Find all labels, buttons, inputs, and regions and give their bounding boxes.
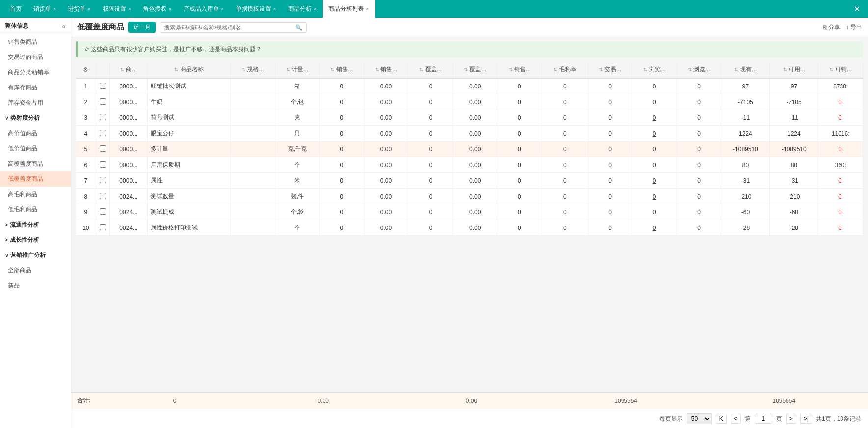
row-browse1[interactable]: 0	[632, 157, 677, 173]
nav-item-permissions[interactable]: 权限设置 ×	[97, 0, 137, 18]
col-sales-amt[interactable]: ⇅ 销售...	[364, 61, 408, 78]
row-name[interactable]: 符号测试	[147, 110, 230, 126]
row-name[interactable]: 眼宝公仔	[147, 126, 230, 142]
row-checkbox[interactable]	[96, 173, 109, 189]
sidebar-item-low-coverage[interactable]: 低覆盖度商品	[0, 171, 71, 187]
row-checkbox[interactable]	[96, 157, 109, 173]
nav-item-purchase[interactable]: 进货单 ×	[62, 0, 96, 18]
row-sales-amt: 0.00	[364, 142, 408, 157]
row-sales-qty: 0	[320, 173, 364, 189]
nav-close-template[interactable]: ×	[273, 6, 276, 12]
row-browse2: 0	[677, 189, 721, 204]
row-browse1[interactable]: 0	[632, 204, 677, 220]
row-browse1[interactable]: 0	[632, 142, 677, 157]
row-browse1[interactable]: 0	[632, 220, 677, 236]
search-input[interactable]	[164, 24, 295, 31]
row-browse1[interactable]: 0	[632, 110, 677, 126]
row-checkbox[interactable]	[96, 78, 109, 94]
col-saleable[interactable]: ⇅ 可销...	[818, 61, 863, 78]
row-checkbox[interactable]	[96, 220, 109, 236]
row-name[interactable]: 属性	[147, 173, 230, 189]
col-settings[interactable]: ⚙	[76, 61, 96, 78]
row-checkbox[interactable]	[96, 204, 109, 220]
nav-close-products-in[interactable]: ×	[221, 6, 224, 12]
row-browse1[interactable]: 0	[632, 78, 677, 94]
row-checkbox[interactable]	[96, 142, 109, 157]
share-button[interactable]: ⎘ 分享	[823, 23, 840, 31]
row-cover2: 0.00	[453, 126, 497, 142]
sidebar-item-low-value[interactable]: 低价值商品	[0, 141, 71, 156]
nav-close-purchase[interactable]: ×	[87, 6, 90, 12]
sidebar-item-sales-goods[interactable]: 销售类商品	[0, 34, 71, 50]
row-browse1[interactable]: 0	[632, 189, 677, 204]
prev-page-btn[interactable]: <	[731, 414, 741, 424]
sidebar-item-low-profit[interactable]: 低毛利商品	[0, 202, 71, 217]
col-spec[interactable]: ⇅ 规格...	[231, 61, 275, 78]
sidebar-collapse-btn[interactable]: «	[62, 22, 66, 30]
sidebar-item-high-value[interactable]: 高价值商品	[0, 126, 71, 141]
sidebar-group-coverage[interactable]: ∨ 类射度分析	[0, 111, 71, 126]
col-cover2[interactable]: ⇅ 覆盖...	[453, 61, 497, 78]
time-filter-button[interactable]: 近一月	[128, 22, 156, 33]
sidebar-item-high-coverage[interactable]: 高覆盖度商品	[0, 156, 71, 171]
row-name[interactable]: 多计量	[147, 142, 230, 157]
nav-item-roles[interactable]: 角色授权 ×	[137, 0, 177, 18]
col-name[interactable]: ⇅ 商品名称	[147, 61, 230, 78]
row-name[interactable]: 测试提成	[147, 204, 230, 220]
sidebar-group-growth[interactable]: > 成长性分析	[0, 232, 71, 248]
row-checkbox[interactable]	[96, 189, 109, 204]
nav-close-all[interactable]: ✕	[850, 4, 864, 14]
row-sales-amt: 0.00	[364, 204, 408, 220]
col-gross[interactable]: ⇅ 毛利率	[542, 61, 588, 78]
sidebar-item-stock-goods[interactable]: 有库存商品	[0, 80, 71, 95]
nav-item-products-in[interactable]: 产成品入库单 ×	[178, 0, 230, 18]
col-current[interactable]: ⇅ 现有...	[721, 61, 770, 78]
next-page-btn[interactable]: >	[786, 414, 796, 424]
row-browse1[interactable]: 0	[632, 173, 677, 189]
col-cover1[interactable]: ⇅ 覆盖...	[408, 61, 453, 78]
last-page-btn[interactable]: >|	[800, 414, 812, 424]
row-name[interactable]: 启用保质期	[147, 157, 230, 173]
row-checkbox[interactable]	[96, 110, 109, 126]
nav-close-analysis-list[interactable]: ×	[366, 6, 369, 12]
sidebar-group-marketing[interactable]: ∨ 营销推广分析	[0, 248, 71, 263]
nav-item-analysis-list[interactable]: 商品分析列表 ×	[323, 0, 375, 18]
sidebar-item-traded-goods[interactable]: 交易过的商品	[0, 50, 71, 65]
nav-close-permissions[interactable]: ×	[128, 6, 131, 12]
col-browse1[interactable]: ⇅ 浏览...	[632, 61, 677, 78]
col-unit[interactable]: ⇅ 计量...	[275, 61, 320, 78]
export-button[interactable]: ↑ 导出	[846, 23, 862, 31]
nav-item-sales[interactable]: 销货单 ×	[27, 0, 62, 18]
row-name[interactable]: 旺铺批次测试	[147, 78, 230, 94]
search-box[interactable]: 🔍	[160, 22, 307, 33]
sidebar-item-high-profit[interactable]: 高毛利商品	[0, 187, 71, 202]
sidebar-item-category-rate[interactable]: 商品分类动销率	[0, 65, 71, 80]
nav-item-home[interactable]: 首页	[4, 0, 27, 18]
col-available[interactable]: ⇅ 可用...	[770, 61, 818, 78]
nav-close-roles[interactable]: ×	[168, 6, 171, 12]
row-checkbox[interactable]	[96, 126, 109, 142]
first-page-btn[interactable]: K	[716, 414, 727, 424]
nav-close-sales[interactable]: ×	[53, 6, 56, 12]
sidebar-item-stock-capital[interactable]: 库存资金占用	[0, 95, 71, 111]
current-page-input[interactable]	[755, 414, 772, 424]
sidebar-item-all-goods[interactable]: 全部商品	[0, 263, 71, 278]
nav-item-template[interactable]: 单据模板设置 ×	[230, 0, 282, 18]
col-sales3[interactable]: ⇅ 销售...	[497, 61, 542, 78]
row-name[interactable]: 属性价格打印测试	[147, 220, 230, 236]
col-sales-qty[interactable]: ⇅ 销售...	[320, 61, 364, 78]
nav-item-product-analysis[interactable]: 商品分析 ×	[282, 0, 323, 18]
row-browse1[interactable]: 0	[632, 126, 677, 142]
page-size-select[interactable]: 50 10 20 100	[687, 413, 712, 424]
sidebar-group-liquidity[interactable]: > 流通性分析	[0, 217, 71, 232]
sidebar-item-new-goods[interactable]: 新品	[0, 278, 71, 293]
row-browse1[interactable]: 0	[632, 94, 677, 110]
nav-close-product-analysis[interactable]: ×	[314, 6, 317, 12]
row-available: -28	[770, 220, 818, 236]
col-trade[interactable]: ⇅ 交易...	[588, 61, 632, 78]
col-browse2[interactable]: ⇅ 浏览...	[677, 61, 721, 78]
row-name[interactable]: 牛奶	[147, 94, 230, 110]
row-name[interactable]: 测试数量	[147, 189, 230, 204]
row-checkbox[interactable]	[96, 94, 109, 110]
col-code[interactable]: ⇅ 商...	[109, 61, 147, 78]
